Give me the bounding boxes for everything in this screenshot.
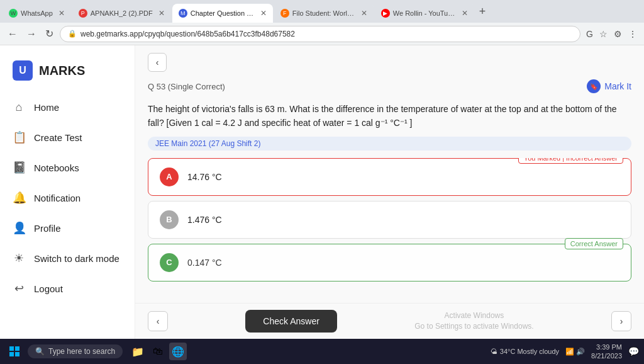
bookmark-button[interactable]: ☆ (597, 28, 609, 40)
url-text: web.getmarks.app/cpyqb/question/648b5a6b… (80, 30, 572, 38)
option-b-text: 1.476 °C (187, 215, 222, 225)
taskbar-clock: 3:39 PM 8/21/2023 (591, 343, 622, 361)
sidebar-item-create-test[interactable]: 📋 Create Test (0, 123, 135, 152)
svg-rect-2 (9, 352, 14, 356)
question-type: Q 53 (Single Correct) (148, 82, 225, 91)
sidebar-item-dark-mode[interactable]: ☀ Switch to dark mode (0, 244, 135, 273)
tab-close-filo[interactable]: ✕ (361, 9, 367, 18)
profile-browser-button[interactable]: G (584, 28, 595, 40)
tab-marks[interactable]: M Chapter Question - MARKS ✕ (172, 4, 273, 23)
sidebar-label-home: Home (34, 102, 59, 113)
taskbar-pinned-icons: 📁 🛍 🌐 (129, 343, 187, 360)
sidebar-item-logout[interactable]: ↩ Logout (0, 274, 135, 303)
question-header: ‹ (135, 45, 644, 77)
sidebar-item-profile[interactable]: 👤 Profile (0, 213, 135, 242)
question-meta-row: Q 53 (Single Correct) 🔖 Mark It (135, 77, 644, 98)
address-bar-container: ← → ↻ 🔒 web.getmarks.app/cpyqb/question/… (0, 23, 644, 45)
sidebar: U MARKS ⌂ Home 📋 Create Test 📓 Notebooks… (0, 45, 135, 339)
sidebar-item-home[interactable]: ⌂ Home (0, 93, 135, 122)
notebooks-icon: 📓 (13, 161, 25, 174)
option-a-text: 14.76 °C (187, 172, 222, 182)
next-question-button[interactable]: › (611, 311, 631, 331)
option-c[interactable]: C 0.147 °C Correct Answer (148, 244, 631, 282)
taskbar-icon-chrome[interactable]: 🌐 (169, 343, 187, 360)
taskbar-icon-explorer[interactable]: 📁 (129, 343, 147, 360)
browser-action-buttons: G ☆ ⚙ ⋮ (584, 28, 639, 40)
volume-icon: 🔊 (576, 348, 585, 356)
taskbar-icon-store[interactable]: 🛍 (149, 343, 167, 360)
sidebar-item-notification[interactable]: 🔔 Notification (0, 183, 135, 212)
main-content: ‹ Q 53 (Single Correct) 🔖 Mark It The he… (135, 45, 644, 339)
prev-question-button[interactable]: ‹ (148, 311, 168, 331)
sidebar-logo: U MARKS (0, 55, 135, 93)
bottom-nav: ‹ Check Answer Activate Windows Go to Se… (135, 303, 644, 339)
sidebar-label-notification: Notification (34, 193, 80, 203)
svg-rect-0 (9, 346, 14, 351)
sidebar-label-notebooks: Notebooks (34, 162, 79, 173)
svg-rect-3 (15, 352, 19, 356)
sidebar-label-logout: Logout (34, 283, 63, 294)
sidebar-item-notebooks[interactable]: 📓 Notebooks (0, 153, 135, 182)
tab-close-whatsapp[interactable]: ✕ (58, 9, 65, 18)
refresh-button[interactable]: ↻ (43, 26, 56, 41)
tab-close-marks[interactable]: ✕ (260, 9, 267, 18)
address-bar[interactable]: 🔒 web.getmarks.app/cpyqb/question/648b5a… (60, 26, 580, 42)
mark-it-icon: 🔖 (587, 79, 601, 93)
taskbar: 🔍 Type here to search 📁 🛍 🌐 🌤 34°C Mostl… (0, 339, 644, 364)
dark-mode-icon: ☀ (13, 251, 25, 265)
svg-rect-1 (15, 346, 19, 351)
notification-icon: 🔔 (13, 191, 25, 205)
network-icon: 📶 (565, 348, 574, 356)
option-b[interactable]: B 1.476 °C (148, 201, 631, 239)
option-c-badge: Correct Answer (565, 238, 623, 249)
sidebar-navigation: ⌂ Home 📋 Create Test 📓 Notebooks 🔔 Notif… (0, 93, 135, 329)
start-button[interactable] (5, 342, 24, 361)
tab-filo[interactable]: F Filo Student: World's Only L... ✕ (274, 4, 374, 23)
sidebar-label-create-test: Create Test (34, 132, 82, 143)
option-a-badge: You Marked | Incorrect Answer (518, 158, 623, 164)
extensions-button[interactable]: ⚙ (612, 28, 624, 40)
weather-icon: 🌤 (491, 348, 497, 355)
new-tab-button[interactable]: + (475, 5, 490, 18)
mark-it-label: Mark It (604, 81, 631, 91)
tab-whatsapp[interactable]: W WhatsApp ✕ (3, 4, 71, 23)
windows-logo-icon (9, 346, 19, 356)
question-tag: JEE Main 2021 (27 Aug Shift 2) (148, 137, 631, 151)
notification-bell-icon[interactable]: 💬 (628, 346, 639, 356)
search-icon: 🔍 (35, 347, 45, 356)
tab-icon-marks: M (179, 9, 187, 18)
tab-icon-filo: F (280, 9, 289, 18)
back-button[interactable]: ‹ (148, 53, 167, 72)
option-a-circle: A (160, 168, 179, 186)
logout-icon: ↩ (13, 282, 25, 295)
tab-icon-whatsapp: W (9, 9, 18, 18)
tab-apnakh[interactable]: P APNAKH_2 (2).PDF ✕ (72, 4, 171, 23)
tab-youtube[interactable]: ▶ We Rollin - YouTube M... ✕ (375, 4, 474, 23)
home-icon: ⌂ (13, 101, 25, 114)
tab-icon-apnakh: P (79, 9, 87, 18)
tab-close-youtube[interactable]: ✕ (462, 9, 468, 18)
logo-icon: U (13, 60, 33, 81)
menu-button[interactable]: ⋮ (626, 28, 639, 40)
question-text: The height of victoria's falls is 63 m. … (135, 98, 644, 137)
taskbar-system-icons: 📶 🔊 (565, 348, 585, 356)
create-test-icon: 📋 (13, 130, 25, 144)
tab-icon-youtube: ▶ (381, 9, 390, 18)
options-container: A 14.76 °C You Marked | Incorrect Answer… (135, 158, 644, 303)
logo-text: MARKS (39, 64, 85, 78)
option-c-circle: C (160, 253, 179, 272)
taskbar-right-area: 🌤 34°C Mostly cloudy 📶 🔊 3:39 PM 8/21/20… (491, 343, 639, 361)
taskbar-search-bar[interactable]: 🔍 Type here to search (28, 344, 123, 358)
option-a[interactable]: A 14.76 °C You Marked | Incorrect Answer (148, 158, 631, 196)
activate-windows-notice: Activate Windows Go to Settings to activ… (414, 310, 533, 332)
forward-nav-button[interactable]: → (24, 27, 39, 41)
browser-tabs: W WhatsApp ✕ P APNAKH_2 (2).PDF ✕ M Chap… (0, 0, 644, 23)
sidebar-label-dark-mode: Switch to dark mode (34, 253, 119, 264)
mark-it-button[interactable]: 🔖 Mark It (587, 79, 631, 93)
tab-close-apnakh[interactable]: ✕ (158, 9, 165, 18)
option-c-text: 0.147 °C (187, 258, 222, 268)
option-b-circle: B (160, 210, 179, 229)
back-nav-button[interactable]: ← (5, 27, 20, 41)
check-answer-button[interactable]: Check Answer (245, 310, 336, 333)
app-container: U MARKS ⌂ Home 📋 Create Test 📓 Notebooks… (0, 45, 644, 339)
